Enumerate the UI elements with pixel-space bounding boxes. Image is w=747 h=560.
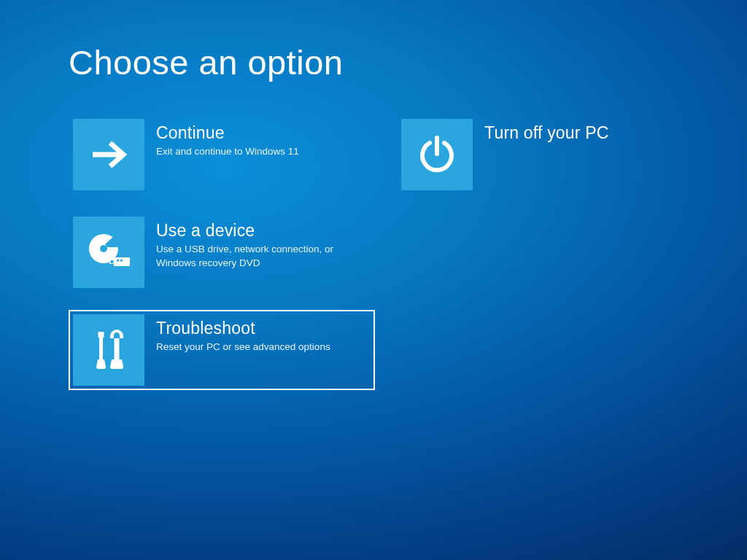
device-disc-usb-icon — [73, 217, 144, 288]
option-troubleshoot-text: Troubleshoot Reset your PC or see advanc… — [144, 314, 371, 354]
winre-choose-option-screen: Choose an option Continue Exit and conti… — [0, 0, 747, 560]
option-turn-off-pc[interactable]: Turn off your PC — [397, 114, 703, 195]
option-troubleshoot-title: Troubleshoot — [156, 319, 371, 338]
svg-rect-3 — [114, 257, 130, 266]
tools-icon — [73, 314, 144, 386]
option-continue-text: Continue Exit and continue to Windows 11 — [144, 119, 371, 159]
option-troubleshoot[interactable]: Troubleshoot Reset your PC or see advanc… — [69, 310, 375, 390]
option-continue[interactable]: Continue Exit and continue to Windows 11 — [69, 114, 375, 195]
options-column-left: Continue Exit and continue to Windows 11 — [69, 114, 375, 390]
svg-point-2 — [100, 245, 107, 252]
svg-rect-7 — [120, 260, 123, 262]
option-use-device[interactable]: Use a device Use a USB drive, network co… — [69, 212, 375, 292]
option-troubleshoot-desc: Reset your PC or see advanced options — [156, 341, 346, 354]
arrow-right-icon — [73, 119, 144, 190]
option-turn-off-pc-title: Turn off your PC — [484, 123, 699, 142]
power-icon — [401, 119, 473, 190]
option-continue-desc: Exit and continue to Windows 11 — [156, 145, 346, 158]
option-use-device-title: Use a device — [156, 221, 371, 240]
svg-rect-6 — [117, 260, 119, 262]
option-use-device-text: Use a device Use a USB drive, network co… — [144, 217, 371, 270]
svg-rect-9 — [98, 332, 104, 338]
options-column-right: Turn off your PC — [397, 114, 703, 390]
option-use-device-desc: Use a USB drive, network connection, or … — [156, 243, 346, 269]
option-turn-off-pc-text: Turn off your PC — [473, 119, 699, 145]
page-title: Choose an option — [69, 42, 747, 82]
options-grid: Continue Exit and continue to Windows 11 — [69, 114, 747, 390]
svg-rect-10 — [115, 338, 120, 360]
svg-rect-8 — [99, 336, 103, 361]
option-continue-title: Continue — [156, 123, 371, 142]
svg-rect-5 — [111, 260, 114, 263]
